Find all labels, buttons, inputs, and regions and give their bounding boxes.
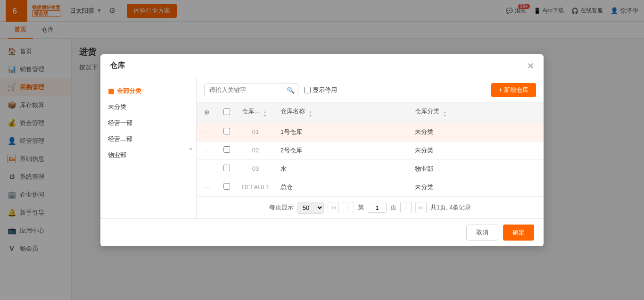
row-actions[interactable]: ··· [197,178,217,196]
modal-header: 仓库 ✕ [100,54,544,78]
row-category: 未分类 [409,178,544,196]
per-page-select[interactable]: 50 100 200 [297,202,324,214]
modal-close-button[interactable]: ✕ [527,61,534,71]
warehouse-table-wrap: ⚙ 仓库... ▲▼ 仓库名称 ▲▼ [197,102,544,197]
sort-icon-name: ▲▼ [308,110,312,118]
row-checkbox[interactable] [223,165,230,171]
modal-main-content: 🔍 显示停用 + 新增仓库 ⚙ [197,78,544,218]
row-checkbox[interactable] [223,146,230,153]
gear-icon: ⚙ [204,109,210,116]
page-label: 第 [358,203,364,212]
modal-body: ▦ 全部分类 未分类 经营一部 经营二部 物业部 [100,78,544,218]
row-name: 水 [275,159,409,178]
more-icon: ··· [203,183,211,191]
col-header-settings: ⚙ [197,102,217,123]
category-unclassified[interactable]: 未分类 [100,99,185,115]
confirm-button[interactable]: 确定 [503,225,534,241]
collapse-icon: « [189,145,192,152]
modal-toolbar: 🔍 显示停用 + 新增仓库 [197,78,544,102]
add-warehouse-button[interactable]: + 新增仓库 [491,83,536,97]
row-checkbox-cell [217,178,236,196]
page-next-button[interactable]: › [400,202,412,213]
row-checkbox[interactable] [223,183,230,190]
row-checkbox-cell [217,159,236,178]
row-index: 03 [236,159,275,178]
search-input[interactable] [204,83,298,96]
grid-icon: ▦ [108,87,114,95]
row-actions[interactable]: ··· [197,123,217,141]
category-property-dept[interactable]: 物业部 [100,147,185,163]
page-first-button[interactable]: ⏮ [328,202,339,213]
modal-title: 仓库 [110,61,125,71]
more-icon: ··· [203,147,211,154]
category-all[interactable]: ▦ 全部分类 [100,83,185,99]
row-name: 1号仓库 [275,123,409,141]
page-last-button[interactable]: ⏭ [415,202,427,213]
row-index: 02 [236,141,275,159]
category-operation-dept2[interactable]: 经营二部 [100,131,185,147]
cancel-button[interactable]: 取消 [466,225,498,241]
more-icon: ··· [203,128,211,135]
row-index: DEFAULT [236,178,275,196]
col-header-name: 仓库名称 ▲▼ [275,102,409,123]
select-all-checkbox[interactable] [223,108,230,115]
table-row[interactable]: ··· 03 水 物业部 [197,159,544,178]
category-operation-dept1[interactable]: 经营一部 [100,115,185,131]
col-header-code: 仓库... ▲▼ [236,102,275,123]
page-unit: 页 [390,203,396,212]
sort-icon-code: ▲▼ [263,110,267,118]
collapse-sidebar-button[interactable]: « [185,78,197,218]
warehouse-modal: 仓库 ✕ ▦ 全部分类 未分类 经营一部 [100,54,544,246]
table-row[interactable]: ··· 01 1号仓库 未分类 [197,123,544,141]
warehouse-table: ⚙ 仓库... ▲▼ 仓库名称 ▲▼ [197,102,544,197]
row-actions[interactable]: ··· [197,159,217,178]
search-icon[interactable]: 🔍 [287,86,295,94]
per-page-label: 每页显示 [269,203,294,212]
col-header-category: 仓库分类 ▲▼ [409,102,544,123]
modal-category-sidebar: ▦ 全部分类 未分类 经营一部 经营二部 物业部 [100,78,185,218]
row-name: 总仓 [275,178,409,196]
row-actions[interactable]: ··· [197,141,217,159]
modal-footer: 取消 确定 [100,218,544,246]
row-category: 未分类 [409,123,544,141]
page-number-input[interactable] [368,203,387,213]
table-row[interactable]: ··· DEFAULT 总仓 未分类 [197,178,544,196]
page-prev-button[interactable]: ‹ [343,202,354,213]
row-name: 2号仓库 [275,141,409,159]
row-checkbox-cell [217,141,236,159]
show-disabled-checkbox-label[interactable]: 显示停用 [304,86,337,94]
sort-icon-category: ▲▼ [443,110,447,118]
search-wrap: 🔍 [204,83,298,96]
row-checkbox-cell [217,123,236,141]
more-icon: ··· [203,165,211,172]
modal-overlay: 仓库 ✕ ▦ 全部分类 未分类 经营一部 [0,0,644,300]
row-category: 物业部 [409,159,544,178]
table-row[interactable]: ··· 02 2号仓库 未分类 [197,141,544,159]
pagination: 每页显示 50 100 200 ⏮ ‹ 第 页 › ⏭ 共1页, 4条记录 [197,197,544,218]
col-header-check [217,102,236,123]
show-disabled-checkbox[interactable] [304,87,311,93]
row-index: 01 [236,123,275,141]
row-category: 未分类 [409,141,544,159]
modal-left: ▦ 全部分类 未分类 经营一部 经营二部 物业部 [100,78,197,218]
row-checkbox[interactable] [223,128,230,134]
page-total-info: 共1页, 4条记录 [430,203,471,212]
